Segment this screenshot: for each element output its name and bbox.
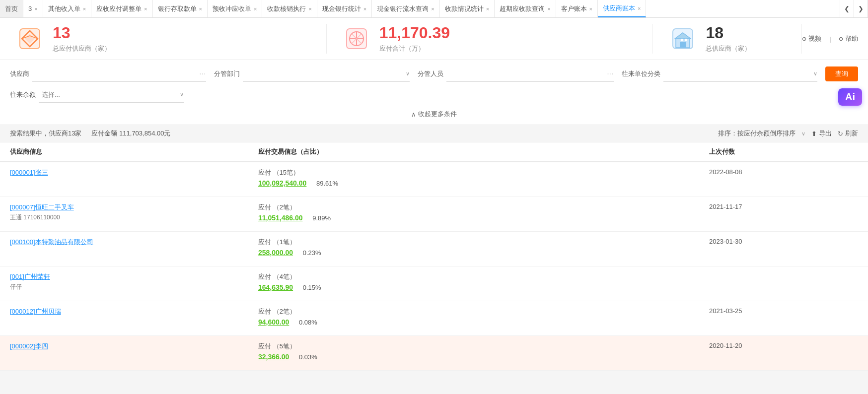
nav-tab-home[interactable]: 首页: [0, 0, 23, 17]
table-header: 供应商信息 应付交易信息（占比） 上次付数: [0, 142, 868, 162]
last-pay-4: 2021-03-25: [709, 307, 858, 315]
col-header-supplier: 供应商信息: [10, 147, 258, 156]
close-icon[interactable]: ×: [486, 6, 489, 12]
nav-tab-customer-book[interactable]: 客户账本 ×: [556, 0, 598, 17]
close-icon[interactable]: ×: [308, 6, 311, 12]
balance-input[interactable]: [39, 89, 180, 100]
nav-tab-overdue[interactable]: 超期应收款查询 ×: [495, 0, 556, 17]
nav-tab-adjustment[interactable]: 应收应付调整单 ×: [91, 0, 152, 17]
nav-right-arrow[interactable]: ❯: [854, 0, 868, 18]
svg-rect-14: [680, 42, 686, 48]
export-button[interactable]: ⬆ 导出: [811, 129, 832, 138]
person-dots[interactable]: ···: [607, 69, 613, 78]
balance-dropdown-icon[interactable]: ∨: [180, 91, 184, 98]
tx-pct-3: 0.15%: [303, 284, 321, 291]
tx-amount-5[interactable]: 32,366.00: [258, 353, 289, 361]
tx-amount-4[interactable]: 94,600.00: [258, 318, 289, 326]
close-icon[interactable]: ×: [144, 6, 147, 12]
summary-info-payable: 13 总应付供应商（家）: [53, 24, 111, 53]
nav-tab-other-income[interactable]: 其他收入单 ×: [43, 0, 91, 17]
close-icon[interactable]: ×: [83, 6, 86, 12]
person-input-wrap: ···: [446, 66, 614, 82]
nav-tab-collect-exec[interactable]: 收款核销执行 ×: [262, 0, 317, 17]
tx-amount-row-0: 100,092,540.00 89.61%: [258, 179, 709, 187]
nav-tab-pre-collect[interactable]: 预收冲应收单 ×: [208, 0, 262, 17]
sort-dropdown-icon[interactable]: ∨: [801, 131, 805, 137]
result-actions: 排序：按应付余额倒序排序 ∨ ⬆ 导出 ↻ 刷新: [718, 129, 858, 138]
supplier-label: 供应商: [10, 69, 29, 78]
video-link[interactable]: ⊙ 视频: [802, 34, 821, 43]
dept-dropdown-icon[interactable]: ∨: [406, 70, 410, 77]
close-icon[interactable]: ×: [589, 6, 592, 12]
nav-left-arrow[interactable]: ❮: [840, 0, 854, 18]
help-link[interactable]: ⊙ 帮助: [839, 34, 858, 43]
close-icon[interactable]: ×: [431, 6, 434, 12]
ai-badge[interactable]: Ai: [838, 88, 862, 106]
collapse-button[interactable]: ∧ 收起更多条件: [405, 108, 463, 121]
tx-amount-1[interactable]: 11,051,486.00: [258, 214, 303, 222]
category-dropdown-icon[interactable]: ∨: [813, 70, 817, 77]
tx-amount-2[interactable]: 258,000.00: [258, 249, 293, 257]
query-button[interactable]: 查询: [825, 66, 858, 81]
supplier-dots[interactable]: ···: [199, 69, 206, 78]
tx-row-2: 应付 （1笔）: [258, 238, 709, 247]
help-separator: |: [829, 35, 831, 43]
tx-label-0: 应付: [258, 169, 271, 176]
last-pay-5: 2020-11-20: [709, 342, 858, 349]
payable-suppliers-number: 13: [53, 24, 111, 42]
nav-tab-collect-stat[interactable]: 收款情况统计 ×: [440, 0, 495, 17]
close-icon[interactable]: ×: [638, 5, 641, 11]
total-suppliers-label: 总供应商（家）: [706, 44, 751, 53]
supplier-filter: 供应商 ···: [10, 66, 206, 82]
supplier-link-4[interactable]: [000012]广州贝瑞: [10, 307, 258, 316]
category-input-wrap: ∨: [663, 66, 818, 82]
category-input[interactable]: [663, 68, 814, 79]
filter-row-2: 往来余额 ∨: [10, 87, 184, 103]
close-icon[interactable]: ×: [547, 6, 550, 12]
tx-amount-row-1: 11,051,486.00 9.89%: [258, 214, 709, 222]
close-icon[interactable]: ×: [34, 6, 37, 12]
tx-amount-0[interactable]: 100,092,540.00: [258, 179, 306, 187]
close-icon[interactable]: ×: [254, 6, 257, 12]
refresh-button[interactable]: ↻ 刷新: [838, 129, 858, 138]
supplier-input[interactable]: [32, 68, 199, 79]
supplier-link-3[interactable]: [001]广州荣轩: [10, 272, 258, 281]
close-icon[interactable]: ×: [363, 6, 366, 12]
supplier-link-1[interactable]: [000007]恒旺二手叉车: [10, 203, 258, 212]
supplier-link-2[interactable]: [000100]本特勤油品有限公司: [10, 238, 258, 247]
tx-label-1: 应付: [258, 203, 271, 211]
sort-label: 排序：按应付余额倒序排序: [718, 129, 796, 138]
supplier-link-5[interactable]: [000002]李四: [10, 342, 258, 351]
close-icon[interactable]: ×: [199, 6, 202, 12]
nav-tab-cash-stat[interactable]: 现金银行统计 ×: [317, 0, 372, 17]
tx-row-3: 应付 （4笔）: [258, 272, 709, 281]
right-arrow-icon: ❯: [858, 5, 864, 12]
result-supplier-count: 搜索结果中，供应商13家: [10, 129, 81, 138]
summary-help-area: ⊙ 视频 | ⊙ 帮助: [802, 34, 868, 43]
refresh-icon: ↻: [838, 130, 843, 137]
tx-info-1: 应付 （2笔） 11,051,486.00 9.89%: [258, 203, 709, 222]
top-nav: 首页 3 × 其他收入单 × 应收应付调整单 × 银行存取款单 × 预收冲应收单…: [0, 0, 868, 18]
person-label: 分管人员: [418, 69, 443, 78]
summary-card-payable-suppliers: 13 总应付供应商（家）: [0, 24, 327, 54]
balance-filter: 往来余额 ∨: [10, 87, 184, 103]
nav-tab-3[interactable]: 3 ×: [23, 0, 43, 17]
person-input[interactable]: [446, 68, 607, 79]
nav-tab-bank[interactable]: 银行存取款单 ×: [153, 0, 208, 17]
nav-tab-supplier-book[interactable]: 供应商账本 ×: [598, 0, 646, 17]
payable-suppliers-label: 总应付供应商（家）: [53, 44, 111, 53]
supplier-link-0[interactable]: [000001]张三: [10, 168, 258, 177]
tx-amount-row-5: 32,366.00 0.03%: [258, 353, 709, 361]
help-links: ⊙ 视频 | ⊙ 帮助: [802, 34, 858, 43]
supplier-input-wrap: ···: [32, 66, 206, 82]
tx-amount-3[interactable]: 164,635.90: [258, 283, 293, 291]
dept-input-wrap: ∨: [243, 66, 410, 82]
table-row: [000012]广州贝瑞 应付 （2笔） 94,600.00 0.08% 202…: [0, 301, 868, 336]
category-filter: 往来单位分类 ∨: [622, 66, 818, 82]
tx-amount-row-2: 258,000.00 0.23%: [258, 249, 709, 257]
nav-tab-cash-flow[interactable]: 现金银行流水查询 ×: [372, 0, 439, 17]
dept-input[interactable]: [243, 68, 406, 79]
col-header-tx: 应付交易信息（占比）: [258, 147, 709, 156]
total-suppliers-number: 18: [706, 24, 751, 42]
col-header-last-pay: 上次付数: [709, 147, 858, 156]
